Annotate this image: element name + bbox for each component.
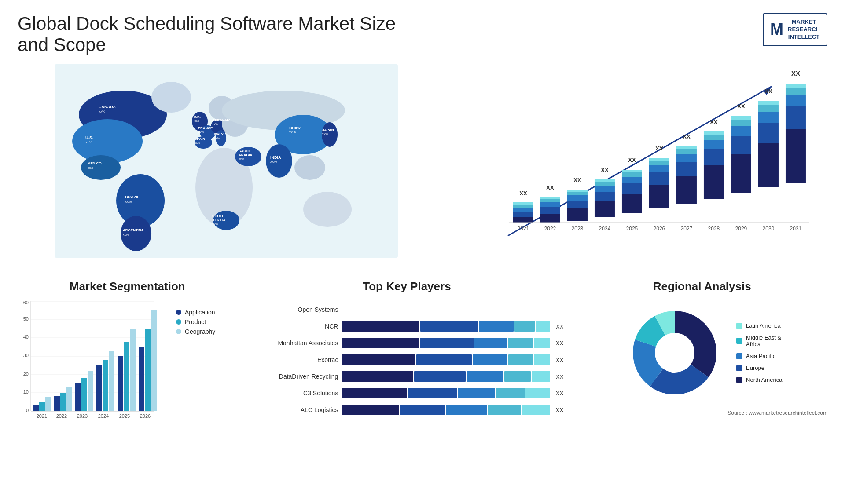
player-name-ncr: NCR	[250, 323, 338, 330]
bar-ncr-5	[536, 321, 550, 332]
player-name-manhattan: Manhattan Associates	[250, 340, 338, 347]
bar-ncr-3	[479, 321, 514, 332]
year-2029: 2029	[735, 226, 747, 232]
bar-2022-seg1	[540, 214, 560, 223]
logo: M MARKET RESEARCH INTELLECT	[763, 13, 827, 46]
donut-label-europe: Europe	[746, 365, 764, 371]
bar-2029-seg1	[731, 154, 751, 193]
seg-2023-prod	[81, 378, 87, 411]
bar-2028-seg2	[704, 149, 724, 165]
donut-color-middle-east	[736, 338, 742, 344]
map-india	[266, 144, 292, 178]
bar-ncr-1	[342, 321, 419, 332]
bar-2025-seg1	[622, 194, 642, 213]
logo-letter: M	[770, 20, 783, 39]
bar-2021-seg4	[513, 205, 533, 208]
seg-x-2021: 2021	[37, 413, 47, 419]
bar-2023-seg3	[567, 195, 588, 201]
seg-2026-app	[139, 347, 144, 411]
year-2031: 2031	[790, 226, 802, 232]
source-text: Source : www.marketresearchintellect.com	[577, 410, 827, 416]
bar-label-2025: XX	[628, 157, 636, 163]
seg-2021-app	[33, 405, 39, 411]
bar-2029-seg5	[731, 116, 751, 120]
year-2022: 2022	[544, 226, 556, 232]
seg-x-2026: 2026	[140, 413, 151, 419]
bar-2026-seg5	[649, 158, 669, 161]
bar-datadriven-3	[467, 371, 503, 382]
bar-2027-seg1	[676, 176, 697, 204]
bar-c3-5	[525, 388, 550, 398]
val-southafrica: xx%	[212, 223, 218, 226]
val-germany: xx%	[212, 123, 218, 126]
growth-chart-section: XX XX XX XX	[448, 64, 827, 267]
bar-c3-2	[408, 388, 457, 398]
player-xx-ncr: XX	[556, 323, 563, 330]
val-us: xx%	[85, 140, 92, 144]
val-india: xx%	[270, 160, 277, 164]
bar-2024-seg1	[595, 201, 615, 217]
bar-2021-seg3	[513, 208, 533, 212]
legend-dot-geography	[176, 329, 181, 334]
seg-2025-geo	[130, 329, 136, 411]
bar-label-2030: XX	[764, 88, 772, 95]
donut-color-north-america	[736, 377, 742, 383]
player-bar-opensystems	[342, 304, 558, 315]
bar-2023-seg4	[567, 192, 588, 195]
donut-label-latin-america: Latin America	[746, 322, 781, 329]
seg-y-40: 40	[23, 334, 29, 340]
bar-label-2028: XX	[710, 119, 718, 125]
seg-2024-app	[96, 365, 102, 411]
segmentation-section: Market Segmentation 0 10 20 30 40 50 60	[18, 280, 237, 426]
donut-color-latin-america	[736, 323, 742, 329]
bar-label-2021: XX	[519, 190, 527, 197]
bar-label-2023: XX	[573, 177, 581, 183]
bar-2026-seg2	[649, 172, 669, 185]
player-name-opensystems: Open Systems	[250, 306, 338, 313]
seg-2026-prod	[145, 329, 151, 411]
bar-2024-seg5	[595, 179, 615, 182]
label-china: CHINA	[289, 126, 302, 130]
label-southafrica2: AFRICA	[212, 218, 225, 222]
map-australia	[303, 192, 352, 227]
seg-2023-geo	[88, 371, 93, 411]
donut-color-europe	[736, 365, 742, 371]
year-2024: 2024	[599, 226, 611, 232]
bar-manhattan-3	[474, 338, 507, 348]
bar-2025-seg2	[622, 183, 642, 194]
seg-y-20: 20	[23, 371, 29, 376]
bar-2030-seg5	[758, 101, 779, 105]
seg-2023-app	[75, 383, 81, 411]
bar-ncr-4	[514, 321, 535, 332]
bar-label-2031: XX	[791, 69, 800, 77]
year-2021: 2021	[518, 226, 529, 232]
donut-legend-europe: Europe	[736, 365, 782, 371]
legend-dot-product	[176, 319, 181, 325]
key-players-section: Top Key Players Open Systems NCR XX	[250, 280, 563, 426]
bar-c3-3	[458, 388, 495, 398]
growth-bar-chart: XX XX XX XX	[448, 64, 827, 253]
seg-y-50: 50	[23, 316, 29, 321]
bar-2028-seg3	[704, 140, 724, 149]
seg-2022-geo	[66, 387, 72, 411]
player-xx-alc: XX	[556, 407, 563, 413]
bar-2021-seg2	[513, 212, 533, 217]
label-us: U.S.	[85, 135, 93, 140]
bar-2029-seg2	[731, 136, 751, 154]
bottom-section: Market Segmentation 0 10 20 30 40 50 60	[18, 280, 827, 426]
legend-label-application: Application	[185, 309, 215, 316]
donut-chart	[622, 300, 727, 405]
seg-x-2024: 2024	[98, 413, 109, 419]
bar-c3-4	[496, 388, 525, 398]
segmentation-legend: Application Product Geography	[167, 309, 215, 335]
map-sea	[294, 155, 325, 180]
label-uk: U.K.	[194, 115, 201, 119]
player-bar-datadriven	[342, 371, 550, 382]
page-header: Global Dock Scheduling Software Market S…	[18, 13, 827, 55]
donut-legend-north-america: North America	[736, 376, 782, 383]
seg-y-0: 0	[26, 408, 29, 413]
year-2028: 2028	[708, 226, 720, 232]
bar-2027-seg4	[676, 149, 697, 154]
segmentation-chart: 0 10 20 30 40 50 60	[18, 300, 158, 419]
label-france: FRANCE	[198, 126, 213, 130]
